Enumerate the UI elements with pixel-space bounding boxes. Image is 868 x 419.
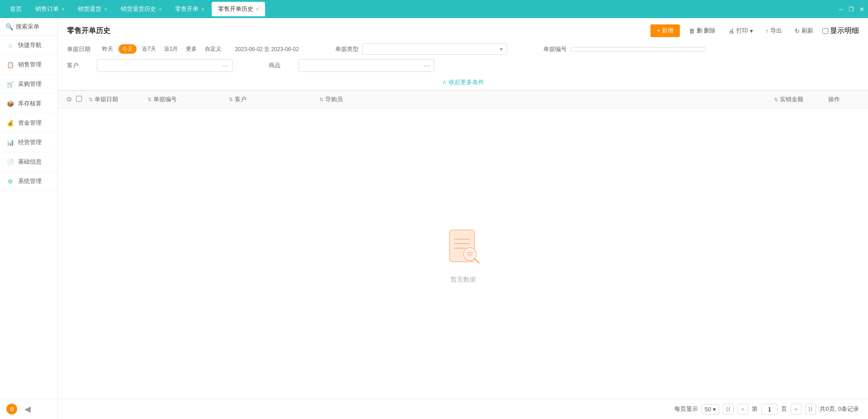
export-button[interactable]: ↑ 导出 [762, 25, 786, 37]
refresh-label: 刷新 [802, 27, 813, 35]
add-button[interactable]: + 新增 [650, 24, 680, 37]
sidebar-icon-inventory: 📦 [6, 99, 14, 108]
empty-text: 暂无数据 [451, 276, 476, 284]
display-cols-checkbox[interactable] [822, 28, 828, 34]
empty-state: 暂无数据 [58, 108, 868, 399]
select-all-checkbox[interactable] [76, 95, 89, 104]
goods-select[interactable]: ··· [299, 59, 434, 72]
page-suffix-label: 页 [781, 405, 787, 413]
sidebar-icon-sales-mgmt: 📋 [6, 61, 14, 69]
sidebar-icon-purchase-mgmt: 🛒 [6, 80, 14, 88]
goods-dots-icon[interactable]: ··· [423, 61, 430, 70]
tab-sales-order[interactable]: 销售订单× [29, 2, 71, 16]
delete-icon: 🗑 [689, 28, 695, 34]
page-prefix-label: 第 [752, 405, 758, 413]
tab-home[interactable]: 首页 [4, 2, 28, 16]
doc-num-input[interactable] [570, 47, 706, 52]
col-sort-guide-icon[interactable]: ⇅ [319, 97, 323, 103]
table-container: ⚙ ⇅ 单据日期 ⇅ 单据编号 ⇅ 客户 ⇅ 导购员 [58, 90, 868, 399]
per-page-value: 50 [705, 406, 711, 413]
total-pages-text: 共0页, 0条记录 [820, 405, 859, 413]
sidebar-item-system[interactable]: ⚙ 系统管理 [0, 172, 57, 191]
sidebar-icon-system: ⚙ [6, 177, 14, 185]
table-settings-icon[interactable]: ⚙ [62, 95, 76, 104]
customer-dots-icon[interactable]: ··· [222, 61, 228, 70]
col-sort-date-icon[interactable]: ⇅ [89, 97, 93, 103]
search-order[interactable]: 🔍 搜索采单 [0, 18, 57, 36]
col-header-guide: ⇅ 导购员 [319, 95, 374, 104]
sidebar-item-base-info[interactable]: 📄 基础信息 [0, 152, 57, 172]
export-label: 导出 [770, 27, 782, 35]
close-button[interactable]: ✕ [859, 6, 864, 13]
col-label-guide: 导购员 [325, 95, 343, 104]
tab-close-sales-return-history[interactable]: × [159, 7, 161, 12]
tab-sales-return[interactable]: 销货退货× [71, 2, 113, 16]
date-btn-last1m[interactable]: 近1月 [161, 44, 181, 54]
col-header-client: ⇅ 客户 [229, 95, 319, 104]
sidebar-item-purchase-mgmt[interactable]: 🛒 采购管理 [0, 75, 57, 94]
tab-label-sales-return-history: 销货退货历史 [121, 5, 156, 13]
col-sort-client-icon[interactable]: ⇅ [229, 97, 233, 103]
sidebar-label-quick-nav: 快捷导航 [18, 41, 42, 49]
export-icon: ↑ [766, 28, 769, 34]
print-button[interactable]: 🖨 打印 ▾ [725, 25, 757, 37]
col-header-num: ⇅ 单据编号 [147, 95, 229, 104]
sidebar-label-inventory: 库存核算 [18, 99, 42, 108]
next-page-button[interactable]: ＞ [791, 404, 802, 414]
page-title: 零售开单历史 [67, 26, 110, 36]
search-icon: 🔍 [5, 23, 13, 30]
sidebar-item-finance[interactable]: 💰 资金管理 [0, 113, 57, 133]
col-sort-amount-icon[interactable]: ⇅ [774, 97, 778, 103]
date-btn-last7[interactable]: 近7天 [139, 44, 159, 54]
tab-retail-open[interactable]: 零售开单× [169, 2, 210, 16]
collapse-icon[interactable]: ◀ [24, 404, 31, 414]
first-page-button[interactable]: ⟨⟨ [723, 404, 734, 414]
sidebar-item-sales-mgmt[interactable]: 📋 销售管理 [0, 55, 57, 75]
minimize-button[interactable]: ─ [839, 6, 843, 13]
settings-icon[interactable]: ⚙ [6, 404, 17, 414]
date-btn-more[interactable]: 更多 [183, 44, 199, 54]
per-page-arrow-icon: ▾ [713, 406, 716, 413]
customer-select[interactable]: ··· [97, 59, 232, 72]
tab-label-sales-return: 销货退货 [78, 5, 101, 13]
delete-button[interactable]: 🗑 删 删除 [685, 25, 720, 37]
sidebar-icon-operations: 📊 [6, 138, 14, 146]
per-page-select[interactable]: 50 ▾ [702, 404, 719, 414]
page-header: 零售开单历史 + 新增 🗑 删 删除 🖨 打印 ▾ ↑ 导出 [58, 18, 868, 90]
doc-type-arrow-icon: ▾ [500, 46, 503, 52]
col-header-amount: ⇅ 实销金额 [774, 95, 828, 104]
tab-close-retail-open[interactable]: × [201, 7, 204, 12]
col-label-amount: 实销金额 [780, 95, 803, 104]
page-number-input[interactable]: 1 [761, 404, 778, 414]
display-cols-label: 显示明细 [830, 26, 859, 36]
date-btn-yesterday[interactable]: 昨天 [100, 44, 116, 54]
refresh-button[interactable]: ↻ 刷新 [791, 25, 817, 37]
doc-type-filter: 单据类型 ▾ [335, 43, 507, 55]
display-cols-toggle[interactable]: 显示明细 [822, 26, 859, 36]
tab-sales-return-history[interactable]: 销货退货历史× [114, 2, 168, 16]
tab-retail-open-history[interactable]: 零售开单历史× [212, 2, 265, 16]
col-sort-num-icon[interactable]: ⇅ [147, 97, 152, 103]
tab-close-sales-return[interactable]: × [104, 7, 107, 12]
date-btn-today[interactable]: 今天 [119, 44, 137, 54]
window-controls: ─ ❐ ✕ [839, 6, 864, 13]
sidebar-label-system: 系统管理 [18, 177, 42, 185]
doc-num-filter: 单据编号 [543, 45, 706, 53]
prev-page-button[interactable]: ＜ [737, 404, 748, 414]
sidebar-item-inventory[interactable]: 📦 库存核算 [0, 94, 57, 113]
date-btn-custom[interactable]: 自定义 [202, 44, 224, 54]
customer-label: 客户 [67, 61, 79, 70]
tab-close-sales-order[interactable]: × [62, 7, 64, 12]
sidebar-icon-quick-nav: ⌂ [6, 41, 14, 49]
tab-label-retail-open-history: 零售开单历史 [218, 5, 253, 13]
last-page-button[interactable]: ⟩⟩ [805, 404, 816, 414]
tab-label-retail-open: 零售开单 [175, 5, 199, 13]
doc-type-select[interactable]: ▾ [362, 43, 507, 55]
sidebar-item-quick-nav[interactable]: ⌂ 快捷导航 [0, 36, 57, 55]
restore-button[interactable]: ❐ [849, 6, 854, 13]
svg-point-6 [465, 250, 474, 259]
sidebar-item-operations[interactable]: 📊 经营管理 [0, 133, 57, 152]
tab-close-retail-open-history[interactable]: × [256, 7, 259, 12]
col-label-action: 操作 [828, 95, 840, 104]
collapse-more-btn[interactable]: ∧ 收起更多条件 [67, 76, 859, 90]
